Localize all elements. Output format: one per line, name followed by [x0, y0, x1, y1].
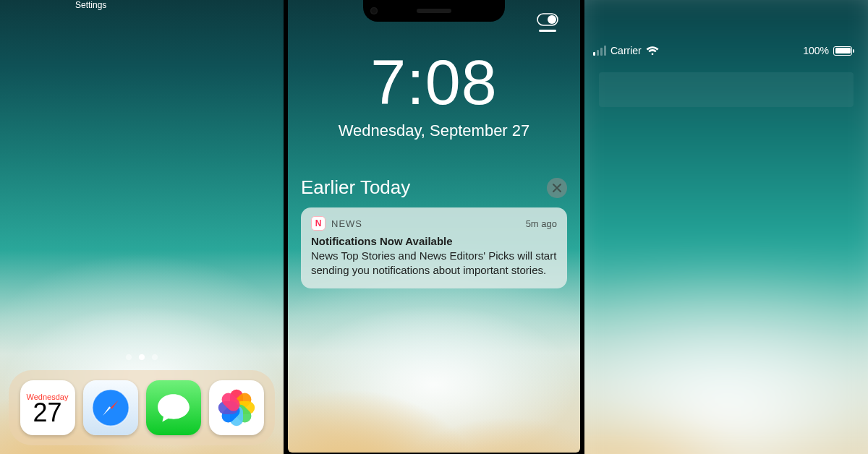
close-icon	[553, 184, 561, 192]
notification-timestamp: 5m ago	[526, 218, 557, 229]
page-indicator[interactable]	[0, 354, 284, 360]
page-dot[interactable]	[126, 354, 132, 360]
status-bar: Carrier 100%	[584, 45, 868, 56]
dock: Wednesday 27	[9, 370, 275, 445]
carrier-label: Carrier	[610, 45, 642, 56]
notification-section-header: Earlier Today	[301, 176, 410, 199]
photos-flower-icon	[216, 387, 257, 428]
lock-screen-panel: 7:08 Wednesday, September 27 Earlier Tod…	[284, 0, 584, 454]
lock-screen-date: Wednesday, September 27	[288, 121, 580, 140]
blurred-status-panel: Carrier 100%	[584, 0, 868, 454]
svg-point-5	[548, 15, 556, 24]
page-dot[interactable]	[152, 354, 158, 360]
battery-percent: 100%	[803, 45, 829, 56]
notification-app-label: NEWS	[331, 218, 362, 229]
notification-card[interactable]: N NEWS 5m ago Notifications Now Availabl…	[301, 207, 567, 288]
wifi-icon	[646, 46, 659, 56]
battery-icon	[833, 46, 852, 56]
calendar-day-number: 27	[33, 400, 61, 426]
clear-notifications-button[interactable]	[547, 178, 567, 198]
messages-app-icon[interactable]	[146, 380, 201, 435]
photos-app-icon[interactable]	[209, 380, 264, 435]
notification-body: News Top Stories and News Editors' Picks…	[311, 249, 557, 278]
speech-bubble-icon	[156, 392, 192, 424]
calendar-app-icon[interactable]: Wednesday 27	[20, 380, 75, 435]
blurred-banner	[599, 72, 854, 107]
page-dot[interactable]	[139, 354, 145, 360]
toggle-icon	[537, 13, 558, 26]
home-screen-panel: Settings Wednesday 27	[0, 0, 284, 454]
device-notch	[363, 0, 505, 22]
lock-screen-time: 7:08	[288, 51, 580, 114]
compass-icon	[90, 387, 132, 429]
notification-center: Earlier Today N NEWS 5m ago Notification…	[301, 176, 567, 288]
control-toggle-button[interactable]	[537, 13, 558, 32]
safari-app-icon[interactable]	[83, 380, 138, 435]
settings-app-label: Settings	[75, 0, 106, 10]
signal-icon	[593, 46, 606, 56]
news-app-icon: N	[311, 216, 326, 231]
notification-title: Notifications Now Available	[311, 235, 557, 247]
